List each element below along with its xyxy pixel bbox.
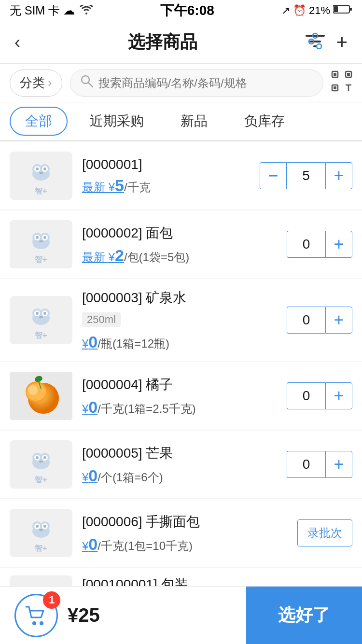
decrease-qty-button[interactable]: − — [260, 162, 287, 189]
status-time: 下午6:08 — [160, 1, 214, 20]
product-spec: 250ml — [82, 312, 121, 327]
product-info: [0000004] 橘子 ¥0/千克(1箱=2.5千克) — [82, 376, 282, 417]
page-title: 选择商品 — [128, 30, 197, 54]
svg-line-10 — [88, 83, 93, 87]
search-box[interactable] — [70, 70, 323, 97]
product-name: [0000004] 橘子 — [82, 376, 282, 394]
status-right: ↗ ⏰ 21% — [281, 4, 352, 17]
product-image: 智+ — [10, 296, 72, 344]
list-item: [0000004] 橘子 ¥0/千克(1箱=2.5千克) 0 + — [0, 362, 362, 430]
list-item: 智+ [0000001] 最新 ¥5/千克 − + — [0, 142, 362, 210]
status-bar: 无 SIM 卡 ☁ 下午6:08 ↗ ⏰ 21% — [0, 0, 362, 21]
svg-rect-15 — [347, 73, 350, 76]
svg-point-74 — [32, 621, 36, 625]
product-qty: 0 + — [287, 231, 352, 258]
product-list: 智+ [0000001] 最新 ¥5/千克 − + — [0, 142, 362, 644]
filter-row: 分类 › — [0, 64, 362, 102]
product-image: 智+ — [10, 220, 72, 268]
confirm-button[interactable]: 选好了 — [246, 587, 362, 644]
svg-rect-14 — [334, 73, 336, 76]
product-qty: 0 + — [287, 307, 352, 334]
svg-point-75 — [40, 621, 43, 625]
svg-point-25 — [43, 168, 46, 170]
svg-point-32 — [36, 236, 39, 239]
qty-display: 0 — [287, 307, 325, 334]
product-price: 最新 ¥5/千克 — [82, 176, 255, 195]
product-qty: 录批次 — [297, 519, 352, 546]
list-item: 智+ [0000006] 手撕面包 ¥0/千克(1包=10千克) 录批次 — [0, 499, 362, 567]
product-info: [0000002] 面包 最新 ¥2/包(1袋=5包) — [82, 224, 282, 265]
add-button[interactable]: + — [336, 31, 348, 53]
svg-point-66 — [39, 529, 43, 531]
product-image: 智+ — [10, 152, 72, 200]
product-name: [0000006] 手撕面包 — [82, 513, 292, 531]
bottom-bar: 1 ¥25 选好了 — [0, 586, 362, 644]
product-image — [10, 372, 72, 420]
svg-point-64 — [36, 525, 39, 528]
chevron-right-icon: › — [48, 75, 52, 90]
increase-qty-button[interactable]: + — [325, 231, 352, 258]
product-name: [0000001] — [82, 157, 255, 172]
cart-badge: 1 — [43, 591, 60, 609]
product-qty: − + — [260, 162, 352, 189]
svg-rect-2 — [334, 6, 338, 12]
tab-row: 全部 近期采购 新品 负库存 — [0, 102, 362, 141]
svg-point-24 — [36, 168, 39, 170]
product-info: [0000005] 芒果 ¥0/个(1箱=6个) — [82, 444, 282, 485]
tab-negative-stock[interactable]: 负库存 — [230, 107, 299, 136]
svg-point-42 — [39, 316, 43, 318]
cart-icon-button[interactable]: 1 — [14, 594, 58, 637]
cart-area: 1 ¥25 — [0, 594, 246, 637]
list-item: 智+ [0000002] 面包 最新 ¥2/包(1袋=5包) 0 + — [0, 210, 362, 278]
increase-qty-button[interactable]: + — [325, 307, 352, 334]
status-left: 无 SIM 卡 ☁ — [10, 3, 93, 18]
svg-rect-1 — [350, 8, 352, 11]
nav-bar: ‹ 选择商品 + — [0, 21, 362, 64]
increase-qty-button[interactable]: + — [325, 162, 352, 189]
svg-rect-3 — [306, 35, 325, 37]
svg-rect-16 — [334, 86, 336, 89]
product-qty: 0 + — [287, 382, 352, 409]
filter-icon[interactable] — [306, 32, 325, 53]
product-price: ¥0/千克(1箱=2.5千克) — [82, 398, 282, 417]
nav-right: + — [306, 31, 348, 53]
svg-point-58 — [39, 461, 43, 462]
alarm-icon: ⏰ — [293, 4, 306, 17]
increase-qty-button[interactable]: + — [325, 451, 352, 478]
product-qty: 0 + — [287, 451, 352, 478]
product-image: 智+ — [10, 509, 72, 557]
svg-point-33 — [43, 236, 46, 239]
list-item: 智+ [0000005] 芒果 ¥0/个(1箱=6个) 0 + — [0, 431, 362, 498]
svg-rect-4 — [309, 41, 321, 42]
product-name: [0000005] 芒果 — [82, 444, 282, 462]
product-price: ¥0/个(1箱=6个) — [82, 466, 282, 485]
location-icon: ↗ — [281, 4, 290, 17]
svg-point-48 — [28, 385, 38, 395]
svg-point-65 — [43, 525, 46, 528]
list-item: 智+ [0000003] 矿泉水 250ml ¥0/瓶(1箱=12瓶) 0 + — [0, 279, 362, 361]
scan-icon[interactable] — [331, 70, 352, 95]
qty-input[interactable] — [287, 162, 325, 189]
search-input[interactable] — [98, 76, 313, 90]
increase-qty-button[interactable]: + — [325, 382, 352, 409]
svg-point-40 — [36, 312, 39, 315]
qty-display: 0 — [287, 451, 325, 478]
qty-display: 0 — [287, 382, 325, 409]
battery-level: 21% — [309, 4, 330, 17]
svg-point-26 — [39, 172, 43, 174]
svg-point-56 — [36, 456, 39, 459]
tab-all[interactable]: 全部 — [10, 107, 68, 136]
batch-record-button[interactable]: 录批次 — [297, 519, 352, 546]
category-label: 分类 — [20, 74, 45, 91]
product-price: ¥0/瓶(1箱=12瓶) — [82, 333, 282, 351]
product-price: ¥0/千克(1包=10千克) — [82, 535, 292, 554]
tab-recent-purchase[interactable]: 近期采购 — [75, 107, 158, 136]
sim-status: 无 SIM 卡 ☁ — [10, 3, 75, 18]
search-icon — [80, 74, 94, 91]
back-button[interactable]: ‹ — [14, 32, 20, 53]
tab-new[interactable]: 新品 — [166, 107, 222, 136]
product-name: [0000003] 矿泉水 — [82, 289, 282, 307]
svg-point-41 — [43, 312, 46, 315]
svg-point-57 — [43, 456, 46, 459]
category-button[interactable]: 分类 › — [10, 70, 62, 97]
